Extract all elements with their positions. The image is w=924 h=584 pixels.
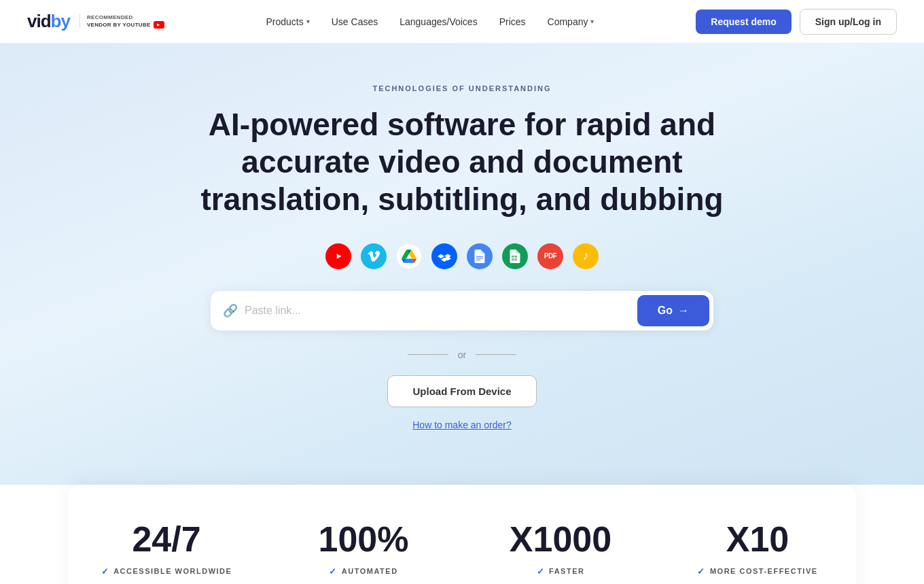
vimeo-icon[interactable] (361, 243, 387, 269)
stat-label: ✓ ACCESSIBLE WORLDWIDE (68, 566, 265, 577)
hero-tagline: TECHNOLOGIES OF UNDERSTANDING (372, 84, 551, 92)
divider-line-left (408, 354, 448, 355)
svg-rect-6 (514, 255, 517, 257)
youtube-badge-icon (154, 21, 164, 29)
stat-x10: X10 ✓ MORE COST-EFFECTIVE (659, 519, 856, 577)
svg-rect-3 (476, 258, 483, 258)
service-icons-row: PDF ♪ (325, 243, 599, 269)
stats-row: 24/7 ✓ ACCESSIBLE WORLDWIDE 100% ✓ AUTOM… (68, 485, 856, 584)
check-icon: ✓ (101, 566, 110, 577)
pdf-icon[interactable]: PDF (537, 243, 563, 269)
upload-from-device-button[interactable]: Upload From Device (387, 375, 536, 407)
stat-number: X10 (659, 519, 856, 560)
check-icon: ✓ (329, 566, 338, 577)
svg-rect-8 (514, 258, 517, 260)
youtube-icon[interactable] (325, 243, 351, 269)
svg-rect-4 (476, 260, 480, 260)
nav-right: Request demo Sign up/Log in (696, 9, 897, 35)
nav-prices[interactable]: Prices (490, 11, 535, 33)
request-demo-button[interactable]: Request demo (696, 10, 791, 34)
nav-left: vidby RECOMMENDED VENDOR BY YOUTUBE (27, 11, 164, 32)
stat-100: 100% ✓ AUTOMATED (265, 519, 462, 577)
badge-line1: RECOMMENDED (87, 14, 164, 21)
nav-products[interactable]: Products ▾ (256, 11, 319, 33)
chevron-down-icon: ▾ (306, 18, 310, 25)
nav-use-cases[interactable]: Use Cases (322, 11, 387, 33)
stat-number: X1000 (462, 519, 659, 560)
signup-login-button[interactable]: Sign up/Log in (800, 9, 897, 35)
dropbox-icon[interactable] (431, 243, 457, 269)
nav-company[interactable]: Company ▾ (538, 11, 604, 33)
stat-label: ✓ FASTER (462, 566, 659, 577)
stat-number: 24/7 (68, 519, 265, 560)
divider-line-right (476, 354, 516, 355)
how-to-order-link[interactable]: How to make an order? (412, 419, 512, 430)
googledrive-icon[interactable] (396, 243, 422, 269)
hero-title: AI-powered software for rapid and accura… (190, 106, 734, 219)
logo-text: vidby (27, 11, 70, 32)
svg-rect-7 (512, 258, 514, 260)
svg-rect-5 (512, 255, 514, 257)
stat-24-7: 24/7 ✓ ACCESSIBLE WORLDWIDE (68, 519, 265, 577)
search-box: 🔗 Go → (211, 291, 713, 330)
nav-languages[interactable]: Languages/Voices (390, 11, 486, 33)
logo[interactable]: vidby (27, 11, 70, 32)
stat-x1000: X1000 ✓ FASTER (462, 519, 659, 577)
chevron-down-icon: ▾ (590, 18, 594, 25)
search-input[interactable] (245, 305, 637, 317)
go-button[interactable]: Go → (637, 295, 709, 326)
audio-icon[interactable]: ♪ (573, 243, 599, 269)
or-divider: or (408, 349, 516, 360)
link-icon: 🔗 (223, 303, 238, 318)
googlesheets-icon[interactable] (502, 243, 528, 269)
svg-rect-2 (476, 256, 483, 257)
googledocs-icon[interactable] (467, 243, 493, 269)
check-icon: ✓ (537, 566, 546, 577)
logo-badge: RECOMMENDED VENDOR BY YOUTUBE (79, 14, 164, 29)
stat-number: 100% (265, 519, 462, 560)
arrow-right-icon: → (678, 305, 689, 317)
hero-section: TECHNOLOGIES OF UNDERSTANDING AI-powered… (0, 44, 924, 485)
nav-center: Products ▾ Use Cases Languages/Voices Pr… (256, 11, 603, 33)
stats-section-wrapper: 24/7 ✓ ACCESSIBLE WORLDWIDE 100% ✓ AUTOM… (0, 485, 924, 584)
stat-label: ✓ AUTOMATED (265, 566, 462, 577)
check-icon: ✓ (697, 566, 706, 577)
navbar: vidby RECOMMENDED VENDOR BY YOUTUBE Prod… (0, 0, 924, 44)
stat-label: ✓ MORE COST-EFFECTIVE (659, 566, 856, 577)
badge-line2: VENDOR BY YOUTUBE (87, 21, 164, 29)
